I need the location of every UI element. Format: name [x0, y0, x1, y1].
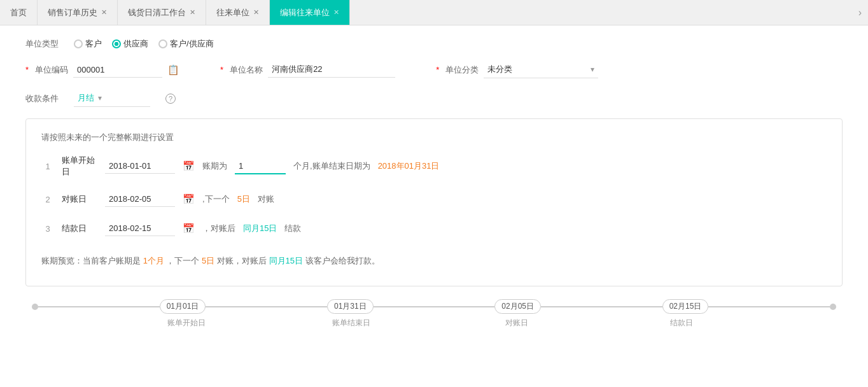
- payment-row: 收款条件 月结 ▾ ?: [25, 90, 843, 107]
- timeline-badge-3: 02月05日: [494, 299, 541, 314]
- category-dropdown-icon: ▾: [591, 65, 594, 74]
- timeline-label-3: 对账日: [505, 318, 528, 327]
- summary-part2: 5日: [202, 256, 214, 265]
- timeline-badge-1: 01月01日: [160, 299, 206, 314]
- name-input[interactable]: [268, 62, 395, 78]
- timeline-label-4: 结款日: [670, 318, 693, 327]
- main-content: 单位类型 客户 供应商 客户/供应商 * 单位编码 📋 * 单位名称: [0, 25, 868, 387]
- settlement-suffix: 结款: [284, 223, 301, 234]
- period-num-2: 2: [41, 195, 54, 204]
- tab-scroll-right[interactable]: ›: [852, 0, 868, 25]
- tab-sales-history-label: 销售订单历史: [48, 7, 97, 18]
- radio-both[interactable]: 客户/供应商: [158, 38, 214, 50]
- radio-both-label: 客户/供应商: [170, 38, 214, 50]
- timeline-section: 01月01日 01月31日 02月05日 02月15日 账单开始日: [25, 299, 843, 328]
- settlement-prefix: ，对账后: [202, 223, 235, 234]
- period-row-1: 1 账单开始日 📅 账期为 个月,账单结束日期为 2018年01月31日: [41, 155, 827, 178]
- summary-row: 账期预览：当前客户账期是 1个月 ，下一个 5日 对账，对账后 同月15日 该客…: [41, 249, 827, 267]
- category-value: 未分类: [487, 64, 512, 75]
- period-title: 请按照未来的一个完整帐期进行设置: [41, 132, 827, 143]
- code-name-category-row: * 单位编码 📋 * 单位名称 * 单位分类 未分类 ▾: [25, 61, 843, 78]
- payment-label: 收款条件: [25, 93, 59, 104]
- tab-sales-history[interactable]: 销售订单历史 ✕: [38, 0, 118, 25]
- timeline-line-4: [541, 306, 662, 307]
- timeline-node-2: 01月31日: [327, 299, 374, 314]
- period-label-3: 结款日: [62, 223, 97, 234]
- period-row-3: 3 结款日 📅 ，对账后 同月15日 结款: [41, 221, 827, 236]
- period-num-3: 3: [41, 224, 54, 234]
- timeline-badge-4: 02月15日: [662, 299, 709, 314]
- timeline-line-1: [38, 306, 160, 307]
- payment-select[interactable]: 月结 ▾: [74, 90, 150, 107]
- reconcile-highlight: 5日: [237, 194, 250, 205]
- period-label-1: 账单开始日: [62, 155, 97, 178]
- summary-mid1: ，下一个: [166, 256, 199, 265]
- period-month-suffix-pre: 个月,账单结束日期为: [293, 160, 370, 172]
- settlement-calendar-icon[interactable]: 📅: [183, 223, 195, 234]
- summary-part3: 同月15日: [269, 256, 303, 265]
- tab-workbench-label: 钱货日清工作台: [128, 7, 186, 18]
- tabs-bar: 首页 销售订单历史 ✕ 钱货日清工作台 ✕ 往来单位 ✕ 编辑往来单位 ✕ ›: [0, 0, 868, 25]
- close-active-icon[interactable]: ✕: [333, 8, 339, 17]
- timeline-node-4: 02月15日: [662, 299, 709, 314]
- name-required: *: [220, 65, 223, 74]
- month-input[interactable]: [235, 158, 286, 174]
- timeline-line-2: [206, 306, 327, 307]
- period-end-date: 2018年01月31日: [378, 160, 440, 172]
- payment-dropdown-icon: ▾: [98, 94, 102, 102]
- timeline-badge-2: 01月31日: [327, 299, 374, 314]
- settlement-highlight: 同月15日: [243, 223, 277, 234]
- timeline-dot-start: [32, 304, 38, 310]
- document-icon[interactable]: 📋: [167, 64, 179, 76]
- reconcile-calendar-icon[interactable]: 📅: [183, 194, 195, 205]
- timeline-label-2: 账单结束日: [332, 318, 370, 327]
- radio-supplier[interactable]: 供应商: [112, 38, 148, 50]
- timeline-node-3: 02月05日: [494, 299, 541, 314]
- start-date-input[interactable]: [105, 158, 175, 174]
- unit-type-label: 单位类型: [25, 38, 59, 50]
- period-row-2: 2 对账日 📅 ,下一个 5日 对账: [41, 192, 827, 207]
- reconcile-date-input[interactable]: [105, 192, 175, 207]
- unit-type-row: 单位类型 客户 供应商 客户/供应商: [25, 38, 843, 50]
- radio-supplier-label: 供应商: [123, 38, 148, 50]
- help-icon[interactable]: ?: [165, 94, 176, 104]
- category-select[interactable]: 未分类 ▾: [484, 61, 598, 78]
- payment-value: 月结: [78, 92, 94, 104]
- period-num-1: 1: [41, 162, 54, 171]
- timeline-dot-end: [830, 304, 836, 310]
- tab-counterpart-label: 往来单位: [216, 7, 249, 18]
- radio-customer-label: 客户: [85, 38, 102, 50]
- code-required: *: [25, 65, 29, 74]
- reconcile-prefix: ,下一个: [202, 194, 230, 205]
- code-input[interactable]: [73, 62, 162, 78]
- tab-home[interactable]: 首页: [0, 0, 38, 25]
- period-label-2: 对账日: [62, 194, 97, 205]
- name-field-group: * 单位名称: [220, 62, 395, 78]
- close-icon[interactable]: ✕: [253, 8, 259, 17]
- tab-workbench[interactable]: 钱货日清工作台 ✕: [118, 0, 206, 25]
- period-box: 请按照未来的一个完整帐期进行设置 1 账单开始日 📅 账期为 个月,账单结束日期…: [25, 118, 843, 286]
- radio-supplier-circle: [112, 39, 121, 48]
- name-label: 单位名称: [230, 64, 263, 76]
- timeline-line-5: [708, 306, 830, 307]
- start-date-calendar-icon[interactable]: 📅: [183, 160, 195, 172]
- close-icon[interactable]: ✕: [190, 8, 195, 17]
- timeline-node-1: 01月01日: [160, 299, 206, 314]
- radio-customer[interactable]: 客户: [74, 38, 102, 50]
- radio-customer-circle: [74, 39, 83, 48]
- summary-part1: 1个月: [143, 256, 164, 265]
- category-field-group: * 单位分类 未分类 ▾: [436, 61, 598, 78]
- close-icon[interactable]: ✕: [101, 8, 107, 17]
- period-month-prefix: 账期为: [202, 160, 227, 172]
- tab-counterpart[interactable]: 往来单位 ✕: [206, 0, 270, 25]
- summary-mid2: 对账，对账后: [217, 256, 267, 265]
- category-label: 单位分类: [445, 64, 479, 76]
- reconcile-suffix: 对账: [258, 194, 274, 205]
- summary-suffix: 该客户会给我打款。: [305, 256, 380, 265]
- code-label: 单位编码: [35, 64, 68, 76]
- code-field-group: * 单位编码 📋: [25, 62, 179, 78]
- radio-group: 客户 供应商 客户/供应商: [74, 38, 214, 50]
- settlement-date-input[interactable]: [105, 221, 175, 236]
- timeline-label-1: 账单开始日: [167, 318, 206, 327]
- tab-edit-counterpart[interactable]: 编辑往来单位 ✕: [270, 0, 350, 25]
